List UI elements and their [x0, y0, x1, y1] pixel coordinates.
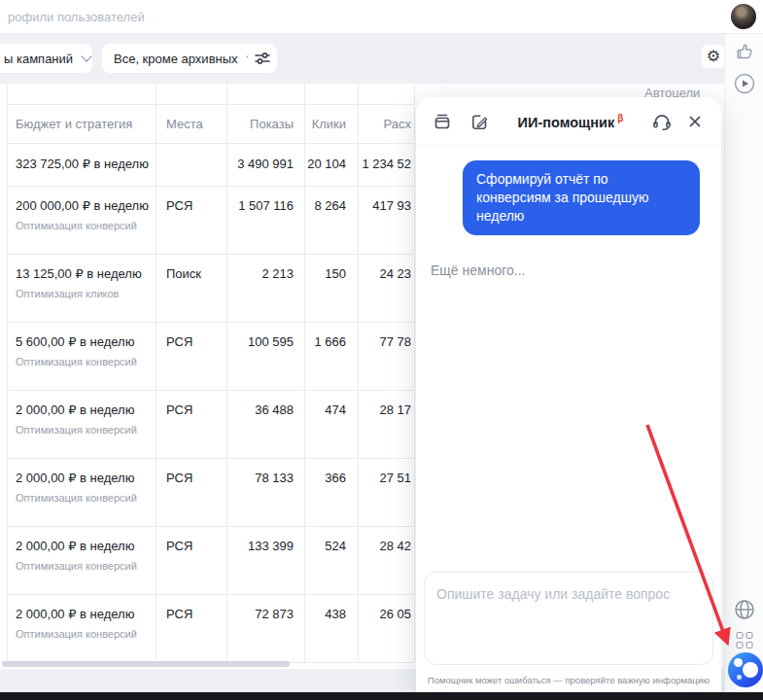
close-chat-button[interactable]	[683, 110, 707, 133]
cost-cell: 417 93	[359, 187, 415, 254]
budget-value: 2 000,00 ₽ в неделю	[16, 402, 156, 417]
clicks-cell: 8 264	[305, 187, 359, 254]
table-row[interactable]: 2 000,00 ₽ в неделю Оптимизация конверси…	[8, 391, 415, 459]
chat-title: ИИ-помощникβ	[491, 113, 650, 130]
table-row[interactable]: 323 725,00 ₽ в неделю 3 490 991 20 104 1…	[8, 144, 415, 187]
budget-value: 200 000,00 ₽ в неделю	[16, 198, 156, 213]
impressions-cell: 36 488	[227, 391, 305, 458]
table-row[interactable]: 2 000,00 ₽ в неделю Оптимизация конверси…	[8, 527, 415, 595]
strategy-label: Оптимизация конверсий	[16, 220, 156, 231]
bottom-black-bar	[0, 692, 763, 700]
history-icon	[433, 112, 452, 131]
budget-value: 2 000,00 ₽ в неделю	[16, 607, 156, 621]
apps-grid-icon	[736, 632, 752, 648]
places-cell: РСЯ	[156, 187, 227, 254]
strategy-label: Оптимизация конверсий	[16, 424, 156, 436]
new-chat-icon	[469, 112, 489, 131]
campaign-types-label: ы кампаний	[4, 52, 73, 66]
col-clicks[interactable]: Клики	[305, 105, 359, 143]
table-row[interactable]: 2 000,00 ₽ в неделю Оптимизация конверси…	[8, 459, 415, 527]
budget-value: 2 000,00 ₽ в неделю	[16, 539, 156, 553]
cost-cell: 28 17	[359, 391, 415, 458]
table-settings-button[interactable]: ⚙	[702, 45, 725, 68]
ai-assistant-button[interactable]	[728, 652, 763, 687]
top-bar: рофили пользователей	[0, 0, 763, 34]
chat-header: ИИ-помощникβ	[416, 97, 721, 146]
disclaimer-text: Помощник может ошибаться — проверяйте ва…	[416, 675, 721, 685]
places-cell: РСЯ	[156, 391, 227, 458]
user-message-bubble: Сформируй отчёт по конверсиям за прошедш…	[463, 160, 700, 235]
clicks-cell: 438	[305, 595, 359, 662]
globe-icon	[733, 598, 756, 621]
table-top-strip	[8, 84, 415, 105]
table-row[interactable]: 200 000,00 ₽ в неделю Оптимизация конвер…	[8, 187, 415, 255]
cost-cell: 77 78	[359, 323, 415, 390]
ai-bubble-small	[737, 675, 742, 680]
video-help-button[interactable]	[733, 72, 756, 95]
clicks-cell: 150	[305, 255, 359, 322]
close-icon	[686, 113, 704, 130]
apps-button[interactable]	[736, 632, 752, 648]
table-row[interactable]: 13 125,00 ₽ в неделю Оптимизация кликов …	[8, 255, 415, 323]
filter-sliders-icon	[254, 51, 271, 66]
archive-filter-label: Все, кроме архивных	[114, 52, 238, 66]
ai-assistant-panel: ИИ-помощникβ Сформируй отчёт по	[416, 97, 721, 692]
campaign-types-dropdown[interactable]: ы кампаний	[0, 44, 92, 73]
chat-input[interactable]	[424, 572, 713, 665]
places-cell: Поиск	[156, 255, 227, 322]
thumbs-up-icon	[734, 41, 755, 62]
impressions-cell: 78 133	[227, 459, 305, 526]
feedback-button[interactable]	[734, 41, 755, 62]
support-button[interactable]	[650, 110, 674, 133]
gear-icon: ⚙	[707, 49, 720, 64]
clicks-cell: 524	[305, 527, 359, 594]
new-chat-button[interactable]	[468, 110, 491, 133]
budget-value: 323 725,00 ₽ в неделю	[16, 157, 156, 171]
support-headset-icon	[651, 112, 673, 131]
cost-cell: 27 51	[359, 459, 415, 526]
col-places[interactable]: Места	[156, 105, 227, 143]
page-title: рофили пользователей	[8, 0, 145, 34]
table-header-row: Бюджет и стратегия Места Показы Клики Ра…	[8, 105, 415, 144]
impressions-cell: 133 399	[227, 527, 305, 594]
play-icon	[733, 72, 756, 95]
yandex-direct-screen: рофили пользователей ы кампаний Все, кро…	[0, 0, 763, 700]
filters-toolbar: ы кампаний Все, кроме архивных ⚙	[0, 34, 724, 84]
user-avatar[interactable]	[731, 4, 756, 29]
cost-cell: 1 234 52	[359, 144, 415, 186]
ai-bubble-large	[743, 662, 758, 678]
places-cell: РСЯ	[156, 459, 227, 526]
language-button[interactable]	[733, 598, 756, 621]
col-cost[interactable]: Расх	[359, 105, 415, 143]
places-cell	[156, 144, 227, 186]
cost-cell: 24 23	[359, 255, 415, 322]
right-sidebar	[724, 34, 763, 692]
places-cell: РСЯ	[156, 323, 227, 390]
assistant-status-text: Ещё немного...	[431, 262, 721, 278]
table-row[interactable]: 2 000,00 ₽ в неделю Оптимизация конверси…	[8, 595, 415, 663]
chat-history-button[interactable]	[431, 110, 454, 133]
budget-value: 13 125,00 ₽ в неделю	[16, 266, 156, 281]
budget-value: 2 000,00 ₽ в неделю	[16, 471, 156, 485]
clicks-cell: 474	[305, 391, 359, 458]
cost-cell: 28 42	[359, 527, 415, 594]
horizontal-scrollbar[interactable]	[2, 661, 290, 667]
strategy-label: Оптимизация конверсий	[16, 628, 156, 640]
impressions-cell: 72 873	[227, 595, 305, 662]
impressions-cell: 100 595	[227, 323, 305, 390]
strategy-label: Оптимизация конверсий	[16, 560, 156, 572]
campaigns-table: Бюджет и стратегия Места Показы Клики Ра…	[7, 84, 415, 663]
col-impressions[interactable]: Показы	[227, 105, 305, 143]
clicks-cell: 1 666	[305, 323, 359, 390]
places-cell: РСЯ	[156, 527, 227, 594]
filter-settings-button[interactable]	[248, 44, 277, 73]
clicks-cell: 366	[305, 459, 359, 526]
chevron-down-icon	[81, 51, 91, 61]
impressions-cell: 2 213	[227, 255, 305, 322]
beta-badge: β	[617, 113, 623, 123]
ai-bubble-medium	[734, 658, 743, 667]
table-row[interactable]: 5 600,00 ₽ в неделю Оптимизация конверси…	[8, 323, 415, 391]
archive-filter-dropdown[interactable]: Все, кроме архивных	[102, 44, 269, 73]
col-budget-strategy[interactable]: Бюджет и стратегия	[8, 105, 156, 143]
budget-value: 5 600,00 ₽ в неделю	[16, 334, 156, 349]
